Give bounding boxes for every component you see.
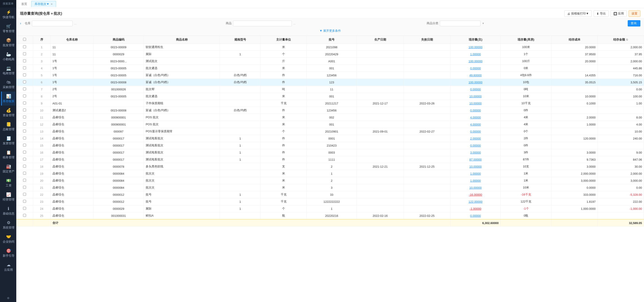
table-row[interactable]: 7 2号 001000026 批次帮 吨 11 0.00000 0吨 0.00 — [16, 86, 644, 93]
table-row[interactable]: 11 晶睿综仓 000900001 POS 批次 米 002 4.00000 4… — [16, 114, 644, 121]
row-checkbox[interactable] — [23, 186, 26, 189]
table-row[interactable]: 14 晶睿综仓 0000017 测试电客批次 1 件 0001 2.00000 … — [16, 135, 644, 142]
goods-input[interactable] — [233, 21, 292, 26]
row-checkbox[interactable] — [23, 130, 26, 132]
cell-select[interactable] — [16, 205, 33, 212]
cell-qty-main[interactable]: 3.00000 — [450, 149, 500, 156]
cell-qty-main[interactable]: 4.00000 — [450, 114, 500, 121]
sidebar-item-发票管理[interactable]: 🧾发票管理 — [1, 134, 16, 148]
sidebar-item-电商管理[interactable]: 💻电商管理 — [1, 64, 16, 78]
sidebar-item-资金管理[interactable]: 💰资金管理 — [1, 106, 16, 120]
cell-select[interactable] — [16, 184, 33, 191]
cell-qty-main[interactable]: 1.00000 — [450, 51, 500, 58]
sidebar-item-总账管理[interactable]: 📒总账管理 — [1, 120, 16, 134]
table-row[interactable]: 16 晶睿综仓 0000017 测试电客批次 1 件 0003 3.00000 … — [16, 149, 644, 156]
expand-filter-btn[interactable]: ▼ 展开更多条件 — [320, 29, 341, 33]
sidebar-settings-icon[interactable]: ⚙ — [0, 294, 16, 302]
sidebar-item-固定资产[interactable]: 🏭固定资产 — [1, 162, 16, 176]
table-row[interactable]: 23 晶睿综仓 0000012 批号 1 千克 1222222222 122.0… — [16, 198, 644, 205]
cell-select[interactable] — [16, 100, 33, 107]
table-row[interactable]: 12 晶睿综仓 000900001 POS 批次 米 001 4.00000 4… — [16, 121, 644, 128]
table-row[interactable]: 21 晶睿综仓 0000084 批次次 米 3 10.00000 10米 0.0… — [16, 184, 644, 191]
cell-qty-main[interactable]: 1.00000 — [450, 177, 500, 184]
cell-qty-main[interactable]: 0.00000 — [450, 86, 500, 93]
query-button[interactable]: 查询 — [628, 20, 640, 27]
cell-qty-main[interactable]: 10.00000 — [450, 100, 500, 107]
cell-qty-main[interactable]: 10.00000 — [450, 163, 500, 170]
cell-select[interactable] — [16, 198, 33, 205]
table-row[interactable]: 3 1号 0023-0000... 测试批次 斤 A001 100.00000 … — [16, 58, 644, 65]
table-row[interactable]: 25 晶睿综仓 001000031 鲜扣A 瓶 20220216 2022-02… — [16, 212, 644, 220]
table-row[interactable]: 22 晶睿综仓 0000012 批号 1 千克 33 -16.00000 -16… — [16, 191, 644, 198]
sidebar-item-批发管理[interactable]: 📦批发管理 — [1, 36, 16, 50]
cell-qty-main[interactable]: 49.60000 — [450, 72, 500, 79]
table-row[interactable]: 17 晶睿综仓 0000017 测试电客批次 1 件 1111 87.00000… — [16, 156, 644, 163]
row-checkbox[interactable] — [23, 179, 26, 182]
sidebar-item-库存核算[interactable]: 📊库存核算 — [1, 92, 16, 106]
cell-qty-main[interactable]: 100.00000 — [450, 58, 500, 65]
cell-select[interactable] — [16, 135, 33, 142]
cell-qty-main[interactable]: 0.00000 — [450, 128, 500, 135]
row-checkbox[interactable] — [23, 108, 26, 111]
cell-select[interactable] — [16, 128, 33, 135]
table-row[interactable]: 24 晶睿综仓 0000029 展际 1 个 1 -1.00000 -1个 1,… — [16, 205, 644, 212]
cell-select[interactable] — [16, 142, 33, 149]
sidebar-item-工资[interactable]: 💵工资 — [1, 176, 16, 190]
cell-qty-main[interactable]: 2.00000 — [450, 135, 500, 142]
tab-item[interactable]: 库存批次▼✕ — [31, 1, 56, 7]
sidebar-item-企业协同[interactable]: 🤝企业协同 — [1, 232, 16, 246]
cell-qty-main[interactable]: 0.00000 — [450, 65, 500, 72]
action-button[interactable]: ⬇导出 — [594, 11, 609, 17]
table-row[interactable]: 13 晶睿综仓 000097 POS显示零保质期常 个 20210901 202… — [16, 128, 644, 135]
select-all-checkbox[interactable] — [23, 38, 26, 41]
row-checkbox[interactable] — [23, 158, 26, 161]
tab-close-icon[interactable]: ✕ — [51, 3, 53, 6]
table-row[interactable]: 10 测试遴选2 0023-00008 富诚（白色/均档） 白色/均档 件 12… — [16, 107, 644, 114]
cell-select[interactable] — [16, 149, 33, 156]
sidebar-item-采购管理[interactable]: 🛍采购管理 — [1, 78, 16, 92]
cell-select[interactable] — [16, 51, 33, 58]
row-checkbox[interactable] — [23, 172, 26, 175]
setting-button[interactable]: 设置 — [628, 11, 640, 17]
sidebar-item-新手引导[interactable]: 🎯新手引导 — [1, 246, 16, 260]
row-checkbox[interactable] — [23, 144, 26, 146]
cell-select[interactable] — [16, 121, 33, 128]
row-checkbox[interactable] — [23, 59, 26, 62]
table-row[interactable]: 4 1号 0023-00005 批次遴选 米 001 0.00000 0米 44… — [16, 65, 644, 72]
row-checkbox[interactable] — [23, 151, 26, 154]
sidebar-search[interactable]: 搜索菜单 — [0, 0, 16, 8]
cell-qty-main[interactable]: -16.00000 — [450, 191, 500, 198]
cell-qty-main[interactable]: 10.00000 — [450, 184, 500, 191]
cell-qty-main[interactable]: 0.00000 — [450, 212, 500, 220]
row-checkbox[interactable] — [23, 101, 26, 104]
tab-item[interactable]: 首页 — [18, 1, 30, 7]
row-checkbox[interactable] — [23, 73, 26, 76]
cell-select[interactable] — [16, 44, 33, 51]
cell-select[interactable] — [16, 163, 33, 170]
cell-qty-main[interactable]: 0.00000 — [450, 142, 500, 149]
cell-select[interactable] — [16, 114, 33, 121]
row-checkbox[interactable] — [23, 94, 26, 97]
cell-select[interactable] — [16, 170, 33, 177]
row-checkbox[interactable] — [23, 137, 26, 139]
col-select[interactable] — [16, 36, 33, 44]
cell-qty-main[interactable]: 122.00000 — [450, 198, 500, 205]
row-checkbox[interactable] — [23, 165, 26, 168]
row-checkbox[interactable] — [23, 122, 26, 125]
sidebar-item-经营管理[interactable]: 📈经营管理 — [1, 190, 16, 204]
table-row[interactable]: 15 晶睿综仓 0000017 测试电客批次 1 件 210423 0.0000… — [16, 142, 644, 149]
cell-select[interactable] — [16, 107, 33, 114]
filter-collapse-btn[interactable]: › — [20, 21, 21, 25]
cell-select[interactable] — [16, 177, 33, 184]
row-checkbox[interactable] — [23, 87, 26, 90]
cell-qty-main[interactable]: 4.00000 — [450, 121, 500, 128]
row-checkbox[interactable] — [23, 193, 26, 196]
cell-qty-main[interactable]: 100.00000 — [450, 44, 500, 51]
warehouse-input[interactable] — [32, 21, 72, 26]
goods-category-input[interactable] — [440, 21, 480, 26]
row-checkbox[interactable] — [23, 45, 26, 48]
goods-category-dropdown-icon[interactable]: ▼ — [482, 22, 484, 25]
cell-select[interactable] — [16, 72, 33, 79]
sidebar-item-零售管理[interactable]: 🛒零售管理 — [1, 22, 16, 36]
cell-select[interactable] — [16, 86, 33, 93]
